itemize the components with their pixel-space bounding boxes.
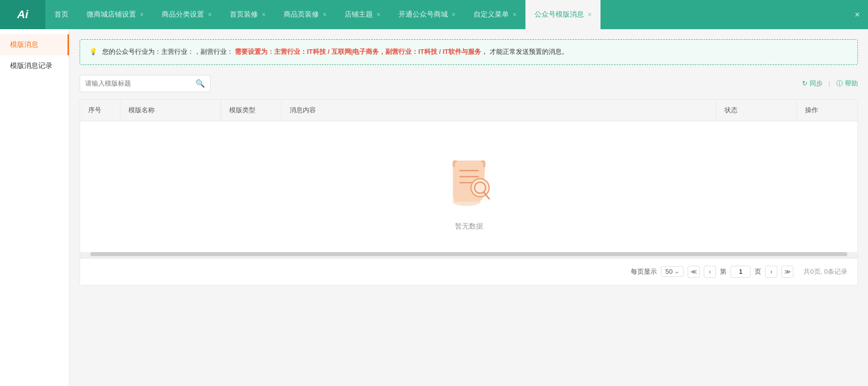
table-header-col-5: 操作 xyxy=(797,100,857,121)
sidebar-item-0[interactable]: 模版消息 xyxy=(0,34,69,55)
table-header: 序号模版名称模版类型消息内容状态操作 xyxy=(80,100,857,121)
notice-prefix: 您的公众号行业为：主营行业：，副营行业： xyxy=(102,48,233,55)
empty-text: 暂无数据 xyxy=(455,222,483,231)
nav-tab-7[interactable]: 自定义菜单× xyxy=(464,0,525,29)
nav-tab-1[interactable]: 微商城店铺设置× xyxy=(78,0,153,29)
close-tab-icon-2[interactable]: × xyxy=(208,11,212,18)
main-layout: 模版消息模版消息记录 💡 您的公众号行业为：主营行业：，副营行业： 需要设置为：… xyxy=(0,29,868,386)
notice-suffix: 才能正常发送预置的消息。 xyxy=(490,48,568,55)
data-table: 序号模版名称模版类型消息内容状态操作 xyxy=(80,99,858,285)
close-tab-icon-3[interactable]: × xyxy=(262,11,265,18)
sidebar: 模版消息模版消息记录 xyxy=(0,29,70,386)
page-size-select[interactable]: 50 ⌄ xyxy=(661,266,684,277)
page-di-label: 第 xyxy=(720,267,726,276)
help-icon: ⓘ xyxy=(836,79,843,88)
close-all-tabs-button[interactable]: × xyxy=(854,10,860,20)
close-tab-icon-4[interactable]: × xyxy=(323,11,326,18)
empty-state: 暂无数据 xyxy=(80,121,857,251)
scroll-track[interactable] xyxy=(80,252,857,258)
notice-icon: 💡 xyxy=(89,48,97,55)
nav-tab-3[interactable]: 首页装修× xyxy=(221,0,275,29)
last-page-button[interactable]: ≫ xyxy=(781,266,793,278)
pagination: 每页显示 50 ⌄ ≪ ‹ 第 页 › ≫ 共0页, 0条记录 xyxy=(80,258,857,285)
sync-icon: ↻ xyxy=(802,80,808,87)
logo: Ai xyxy=(0,0,45,29)
table-header-col-2: 模版类型 xyxy=(221,100,282,121)
search-bar: 🔍 ↻ 同步 | ⓘ 帮助 xyxy=(80,75,858,92)
page-summary: 共0页, 0条记录 xyxy=(804,267,847,276)
nav-tab-6[interactable]: 开通公众号商城× xyxy=(389,0,464,29)
svg-point-4 xyxy=(471,179,489,197)
nav-tab-0[interactable]: 首页 xyxy=(45,0,78,29)
divider: | xyxy=(829,80,830,87)
nav-tab-2[interactable]: 商品分类设置× xyxy=(153,0,221,29)
main-content: 💡 您的公众号行业为：主营行业：，副营行业： 需要设置为：主营行业：IT科技 /… xyxy=(70,29,868,386)
table-header-col-0: 序号 xyxy=(80,100,120,121)
search-input-wrap[interactable]: 🔍 xyxy=(80,75,211,92)
page-unit-label: 页 xyxy=(755,267,761,276)
close-tab-icon-7[interactable]: × xyxy=(513,11,516,18)
notice-box: 💡 您的公众号行业为：主营行业：，副营行业： 需要设置为：主营行业：IT科技 /… xyxy=(80,39,858,65)
close-tab-icon-8[interactable]: × xyxy=(588,11,591,18)
empty-icon xyxy=(439,151,499,212)
close-tab-icon-6[interactable]: × xyxy=(452,11,455,18)
search-actions: ↻ 同步 | ⓘ 帮助 xyxy=(802,79,858,88)
help-button[interactable]: ⓘ 帮助 xyxy=(836,79,858,88)
top-nav: Ai 首页微商城店铺设置×商品分类设置×首页装修×商品页装修×店铺主题×开通公众… xyxy=(0,0,868,29)
page-size-label: 每页显示 xyxy=(631,267,657,276)
scroll-thumb[interactable] xyxy=(90,252,847,256)
nav-tab-5[interactable]: 店铺主题× xyxy=(336,0,389,29)
first-page-button[interactable]: ≪ xyxy=(688,266,700,278)
table-header-col-3: 消息内容 xyxy=(282,100,716,121)
close-tab-icon-5[interactable]: × xyxy=(377,11,380,18)
table-header-col-4: 状态 xyxy=(716,100,797,121)
next-page-button[interactable]: › xyxy=(765,266,777,278)
sync-button[interactable]: ↻ 同步 xyxy=(802,79,823,88)
notice-highlight: 需要设置为：主营行业：IT科技 / 互联网|电子商务，副营行业：IT科技 / I… xyxy=(235,48,488,55)
search-input[interactable] xyxy=(85,80,195,87)
nav-tab-8[interactable]: 公众号模版消息× xyxy=(525,0,600,29)
page-size-value: 50 xyxy=(665,268,673,275)
search-button[interactable]: 🔍 xyxy=(195,79,205,88)
close-tab-icon-1[interactable]: × xyxy=(140,11,144,18)
nav-tab-4[interactable]: 商品页装修× xyxy=(275,0,336,29)
table-header-col-1: 模版名称 xyxy=(120,100,221,121)
sidebar-item-1[interactable]: 模版消息记录 xyxy=(0,55,69,76)
prev-page-button[interactable]: ‹ xyxy=(704,266,716,278)
page-number-input[interactable] xyxy=(730,266,751,278)
page-size-chevron-icon: ⌄ xyxy=(675,268,679,275)
